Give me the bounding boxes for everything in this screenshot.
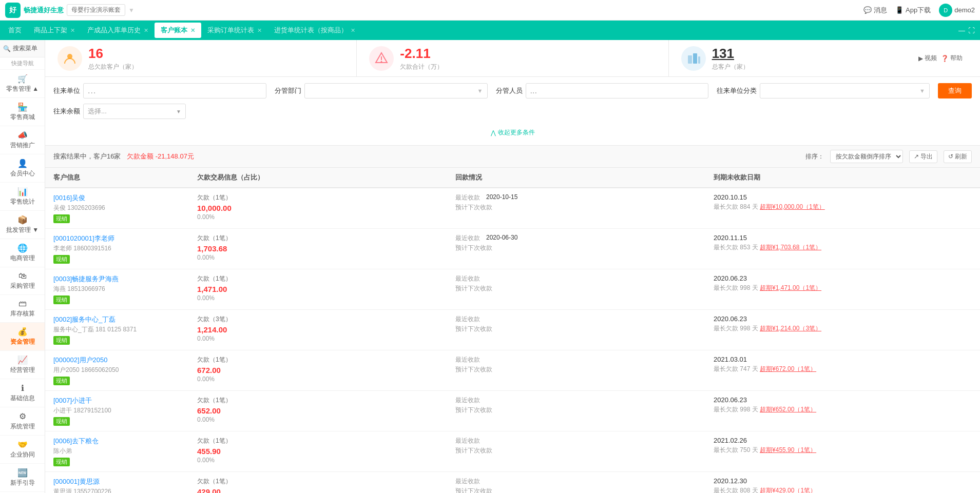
sidebar-item-capital-mgmt[interactable]: 💰 资金管理 xyxy=(0,323,45,351)
sidebar-item-purchase-mgmt[interactable]: 🛍 采购管理 xyxy=(0,267,45,295)
debt-percent-5: 0.00% xyxy=(197,416,455,423)
retail-stats-icon: 📊 xyxy=(3,187,42,196)
search-button[interactable]: 查询 xyxy=(938,83,972,98)
guide-icon: 🆕 xyxy=(3,468,42,478)
app-download-btn[interactable]: 📱 App下载 xyxy=(895,6,931,15)
overdue-link-1[interactable]: 超期¥1,703.68（1笔） xyxy=(760,244,821,251)
results-actions: 排序： 按欠款金额倒序排序 ↗ 导出 ↺ 刷新 xyxy=(805,150,972,163)
sidebar-item-marketing[interactable]: 📣 营销推广 xyxy=(0,126,45,154)
sidebar-item-batch-mgmt[interactable]: 📦 批发管理 ▼ xyxy=(0,211,45,239)
results-bar: 搜索结果中，客户16家 欠款金额 -21,148.07元 排序： 按欠款金额倒序… xyxy=(45,146,980,168)
overdue-link-3[interactable]: 超期¥1,214.00（3笔） xyxy=(760,325,821,332)
customer-info-3: [0002]服务中心_丁磊 服务中心_丁磊 181 0125 8371 现销 xyxy=(53,315,197,345)
table-header: 客户信息 欠款交易信息（占比） 回款情况 到期未收款日期 xyxy=(45,168,980,188)
tab-minimize-btn[interactable]: — xyxy=(958,27,965,34)
customer-name-0[interactable]: [0016]吴俊 xyxy=(53,194,85,202)
recovery-last-1: 最近收款 2020-06-30 xyxy=(455,234,714,243)
overdue-link-7[interactable]: 超期¥429.00（1笔） xyxy=(760,487,816,493)
sidebar-item-operation-mgmt[interactable]: 📈 经营管理 xyxy=(0,351,45,379)
customer-name-6[interactable]: [0006]去下粮仓 xyxy=(53,437,99,445)
overdue-link-2[interactable]: 超期¥1,471.00（1笔） xyxy=(760,284,821,291)
tab-maximize-btn[interactable]: ⛶ xyxy=(968,27,975,34)
user-avatar-btn[interactable]: D demo2 xyxy=(939,4,975,17)
due-date-1: 2020.11.15 xyxy=(714,234,972,242)
dept-label: 分管部门 xyxy=(275,86,301,95)
filter-row-2: 往来余额 选择... ▼ xyxy=(53,104,972,119)
tab-close-product-off[interactable]: ✕ xyxy=(70,27,75,34)
balance-dropdown[interactable]: 选择... ▼ xyxy=(83,104,186,119)
svg-point-3 xyxy=(381,61,382,62)
recovery-last-3: 最近收款 xyxy=(455,315,714,324)
customer-name-1[interactable]: [0001020001]李老师 xyxy=(53,234,114,242)
collapse-filters-btn[interactable]: ⋀ 收起更多条件 xyxy=(487,126,539,139)
table-row: [000001]黄思源 黄思源 13552700226 现销 欠款（1笔） 42… xyxy=(45,472,980,493)
phone-icon: 📱 xyxy=(895,6,904,14)
tab-home[interactable]: 首页 xyxy=(2,23,28,38)
message-btn[interactable]: 💬 消息 xyxy=(863,6,887,15)
sidebar-item-retail-mgmt[interactable]: 🛒 零售管理 ▲ xyxy=(0,70,45,98)
sidebar-item-new-guide[interactable]: 🆕 新手引导 xyxy=(0,464,45,492)
tab-customer-account[interactable]: 客户账本 ✕ xyxy=(155,23,201,38)
ecommerce-icon: 🌐 xyxy=(3,243,42,253)
stat-label-customers: 总欠款客户（家） xyxy=(88,63,138,71)
customer-info-1: [0001020001]李老师 李老师 18600391516 现销 xyxy=(53,234,197,264)
recovery-info-2: 最近收款 预计下次收款 xyxy=(455,274,714,294)
tab-inbound-stats[interactable]: 进货单统计表（按商品） ✕ xyxy=(268,23,361,38)
refresh-btn[interactable]: ↺ 刷新 xyxy=(944,150,972,163)
sidebar-item-retail-stats[interactable]: 📊 零售统计 xyxy=(0,183,45,211)
sidebar-item-member-center[interactable]: 👤 会员中心 xyxy=(0,154,45,183)
recovery-next-5: 预计下次收款 xyxy=(455,406,714,415)
sidebar-item-system-mgmt[interactable]: ⚙ 系统管理 xyxy=(0,407,45,436)
capital-icon: 💰 xyxy=(3,327,42,337)
debt-amount-1: 1,703.68 xyxy=(197,244,455,253)
tab-purchase-order[interactable]: 采购订单统计表 ✕ xyxy=(201,23,268,38)
recovery-next-1: 预计下次收款 xyxy=(455,244,714,252)
sidebar-item-basic-info[interactable]: ℹ 基础信息 xyxy=(0,379,45,407)
tab-close-purchase-order[interactable]: ✕ xyxy=(257,27,262,34)
debt-percent-6: 0.00% xyxy=(197,457,455,464)
customer-name-7[interactable]: [000001]黄思源 xyxy=(53,478,100,485)
system-icon: ⚙ xyxy=(3,411,42,421)
overdue-link-0[interactable]: 超期¥10,000.00（1笔） xyxy=(760,203,825,210)
customer-name-4[interactable]: [000002]用户2050 xyxy=(53,356,108,364)
system-name[interactable]: 母婴行业演示账套 xyxy=(67,4,125,16)
filter-area: 往来单位 ... 分管部门 ▼ 分管人员 ... xyxy=(45,77,980,146)
system-dropdown-arrow[interactable]: ▼ xyxy=(128,7,134,14)
export-btn[interactable]: ↗ 导出 xyxy=(909,150,937,163)
due-info-7: 2020.12.30 最长欠款 808 天 超期¥429.00（1笔） xyxy=(714,477,972,493)
due-days-2: 最长欠款 998 天 超期¥1,471.00（1笔） xyxy=(714,284,972,292)
customer-sub-4: 用户2050 18665062050 xyxy=(53,366,197,374)
stat-icon-debt xyxy=(369,46,394,71)
sidebar-item-retail-store[interactable]: 🏪 零售商城 xyxy=(0,98,45,126)
search-menu-btn[interactable]: 🔍 搜索菜单 xyxy=(0,40,45,57)
overdue-link-6[interactable]: 超期¥455.90（1笔） xyxy=(760,446,816,453)
tab-close-produce-history[interactable]: ✕ xyxy=(144,27,148,34)
sidebar-item-ecommerce[interactable]: 🌐 电商管理 xyxy=(0,239,45,267)
customer-info-7: [000001]黄思源 黄思源 13552700226 现销 xyxy=(53,477,197,493)
dept-dropdown-arrow[interactable]: ▼ xyxy=(477,88,483,94)
results-summary: 搜索结果中，客户16家 欠款金额 -21,148.07元 xyxy=(53,152,194,161)
tab-produce-history[interactable]: 产成品入库单历史 ✕ xyxy=(81,23,155,38)
overdue-link-4[interactable]: 超期¥672.00（1笔） xyxy=(760,365,816,372)
manager-dots[interactable]: ... xyxy=(530,86,537,95)
customer-name-3[interactable]: [0002]服务中心_丁磊 xyxy=(53,315,116,323)
filter-from-unit: 往来单位 ... xyxy=(53,83,266,98)
overdue-link-5[interactable]: 超期¥652.00（1笔） xyxy=(760,406,816,413)
tab-product-off[interactable]: 商品上下架 ✕ xyxy=(28,23,81,38)
sidebar-item-enterprise-collab[interactable]: 🤝 企业协同 xyxy=(0,436,45,464)
sidebar-item-inventory[interactable]: 🗃 库存核算 xyxy=(0,295,45,323)
stat-bar-actions: ▶ 视频 ❓ 帮助 xyxy=(918,54,968,63)
customer-name-5[interactable]: [0007]小进干 xyxy=(53,397,92,404)
customer-name-2[interactable]: [0003]畅捷服务尹海燕 xyxy=(53,275,119,283)
tab-close-customer-account[interactable]: ✕ xyxy=(190,27,195,34)
manager-label: 分管人员 xyxy=(496,86,523,95)
tab-close-inbound-stats[interactable]: ✕ xyxy=(351,27,355,34)
video-btn[interactable]: ▶ 视频 xyxy=(918,54,937,63)
debt-percent-3: 0.00% xyxy=(197,335,455,342)
from-unit-dots[interactable]: ... xyxy=(88,86,96,95)
unit-class-dropdown-arrow[interactable]: ▼ xyxy=(919,88,925,94)
sort-select[interactable]: 按欠款金额倒序排序 xyxy=(830,150,903,163)
customer-sub-6: 陈小弟 xyxy=(53,447,197,456)
help-btn[interactable]: ❓ 帮助 xyxy=(941,54,963,63)
logo-icon: 好 xyxy=(5,3,21,18)
